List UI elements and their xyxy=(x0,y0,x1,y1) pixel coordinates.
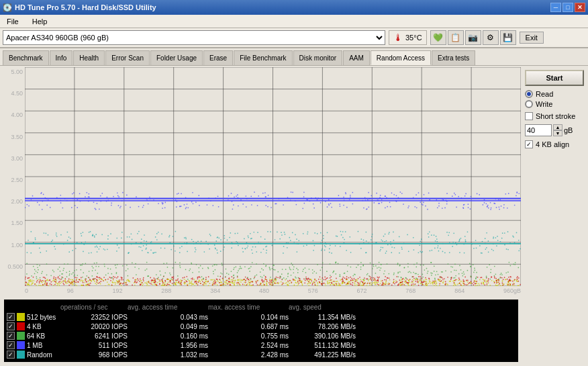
svg-point-1814 xyxy=(187,279,189,280)
svg-point-1404 xyxy=(462,279,464,281)
short-stroke-checkbox[interactable]: Short stroke xyxy=(525,112,584,120)
cell-3-2: 2.524 ms xyxy=(208,342,289,349)
camera-icon-btn[interactable]: 📷 xyxy=(465,30,481,45)
svg-point-81 xyxy=(224,281,226,282)
svg-point-647 xyxy=(46,280,48,281)
tab-disk-monitor[interactable]: Disk monitor xyxy=(293,50,343,65)
svg-point-2180 xyxy=(56,234,57,236)
svg-point-743 xyxy=(374,283,375,284)
svg-point-986 xyxy=(350,277,351,278)
svg-point-2205 xyxy=(116,238,117,239)
start-button[interactable]: Start xyxy=(525,70,584,86)
svg-point-1795 xyxy=(367,273,369,275)
title-bar-title: HD Tune Pro 5.70 - Hard Disk/SSD Utility xyxy=(15,3,156,11)
svg-point-1307 xyxy=(268,282,270,283)
tab-aam[interactable]: AAM xyxy=(343,50,370,65)
stats-check-4[interactable]: Random xyxy=(7,351,60,359)
tab-benchmark[interactable]: Benchmark xyxy=(3,50,49,65)
short-stroke-label: Short stroke xyxy=(536,112,575,120)
copy-icon-btn[interactable]: 📋 xyxy=(448,30,464,45)
svg-point-775 xyxy=(191,283,193,285)
read-radio[interactable]: Read xyxy=(525,90,584,98)
checkbox-4[interactable] xyxy=(7,351,15,359)
svg-point-2376 xyxy=(60,234,62,236)
tab-erase[interactable]: Erase xyxy=(203,50,233,65)
stats-check-0[interactable]: 512 bytes xyxy=(7,313,60,321)
svg-point-1646 xyxy=(115,267,117,269)
minimize-button[interactable]: ─ xyxy=(550,3,561,12)
svg-point-1301 xyxy=(88,284,89,285)
svg-point-2412 xyxy=(329,252,330,253)
svg-point-1416 xyxy=(517,276,518,277)
svg-point-1151 xyxy=(496,280,497,281)
svg-point-1851 xyxy=(195,201,197,203)
spin-down-button[interactable]: ▼ xyxy=(553,130,562,136)
svg-point-55 xyxy=(80,280,81,281)
svg-point-2396 xyxy=(429,232,430,233)
svg-point-1578 xyxy=(260,271,261,273)
svg-point-312 xyxy=(354,283,356,285)
stats-check-1[interactable]: 4 KB xyxy=(7,322,60,330)
svg-point-1503 xyxy=(427,273,428,274)
tab-info[interactable]: Info xyxy=(50,50,73,65)
kb-align-checkbox[interactable]: ✓ 4 KB align xyxy=(525,140,584,148)
svg-point-1565 xyxy=(305,267,306,269)
svg-point-1421 xyxy=(403,278,404,279)
svg-point-1796 xyxy=(471,275,472,277)
svg-point-1742 xyxy=(192,272,193,273)
svg-point-2053 xyxy=(331,207,332,208)
svg-point-1413 xyxy=(121,277,122,278)
svg-point-1541 xyxy=(234,267,235,269)
tab-extra-tests[interactable]: Extra tests xyxy=(432,50,475,65)
stroke-spinbox[interactable]: 40 xyxy=(525,124,552,136)
svg-point-2089 xyxy=(393,194,395,195)
svg-point-1797 xyxy=(404,267,405,269)
tab-error-scan[interactable]: Error Scan xyxy=(105,50,150,65)
svg-point-2433 xyxy=(169,235,170,236)
help-menu[interactable]: Help xyxy=(28,16,52,27)
svg-point-950 xyxy=(122,279,124,281)
stats-check-3[interactable]: 1 MB xyxy=(7,341,60,349)
tab-random-access[interactable]: Random Access xyxy=(371,50,431,65)
maximize-button[interactable]: □ xyxy=(562,3,573,12)
write-radio[interactable]: Write xyxy=(525,100,584,108)
svg-point-410 xyxy=(230,281,232,282)
tab-health[interactable]: Health xyxy=(73,50,105,65)
svg-point-670 xyxy=(476,283,477,284)
svg-point-1342 xyxy=(357,282,358,283)
x-label-3: 288 xyxy=(161,287,171,294)
tab-file-benchmark[interactable]: File Benchmark xyxy=(234,50,292,65)
disk-selector[interactable]: Apacer AS340 960GB (960 gB) xyxy=(3,30,385,45)
spin-up-button[interactable]: ▲ xyxy=(553,124,562,130)
file-menu[interactable]: File xyxy=(3,16,23,27)
svg-point-1387 xyxy=(401,282,403,283)
svg-point-1670 xyxy=(397,263,399,264)
svg-point-813 xyxy=(483,283,485,284)
svg-point-1658 xyxy=(66,276,68,277)
svg-point-269 xyxy=(479,279,481,281)
exit-button[interactable]: Exit xyxy=(520,32,544,44)
checkbox-0[interactable] xyxy=(7,313,15,321)
svg-point-2128 xyxy=(340,246,341,247)
svg-point-644 xyxy=(332,283,334,285)
checkbox-2[interactable] xyxy=(7,332,15,340)
svg-point-2466 xyxy=(298,240,299,241)
stats-check-2[interactable]: 64 KB xyxy=(7,332,60,340)
svg-point-2052 xyxy=(93,201,95,203)
checkbox-3[interactable] xyxy=(7,341,15,349)
svg-point-1017 xyxy=(154,279,156,280)
svg-point-867 xyxy=(277,282,279,283)
svg-point-2120 xyxy=(421,203,422,205)
svg-point-2113 xyxy=(95,208,96,210)
svg-point-784 xyxy=(142,283,144,285)
svg-point-2502 xyxy=(179,252,181,253)
checkbox-1[interactable] xyxy=(7,322,15,330)
svg-point-2446 xyxy=(365,252,366,253)
settings-icon-btn[interactable]: ⚙ xyxy=(483,30,499,45)
save-icon-btn[interactable]: 💾 xyxy=(500,30,516,45)
svg-point-1914 xyxy=(41,192,42,193)
tab-folder-usage[interactable]: Folder Usage xyxy=(150,50,203,65)
close-button[interactable]: ✕ xyxy=(575,3,585,12)
health-icon-btn[interactable]: 💚 xyxy=(430,30,446,45)
svg-point-692 xyxy=(60,283,61,284)
